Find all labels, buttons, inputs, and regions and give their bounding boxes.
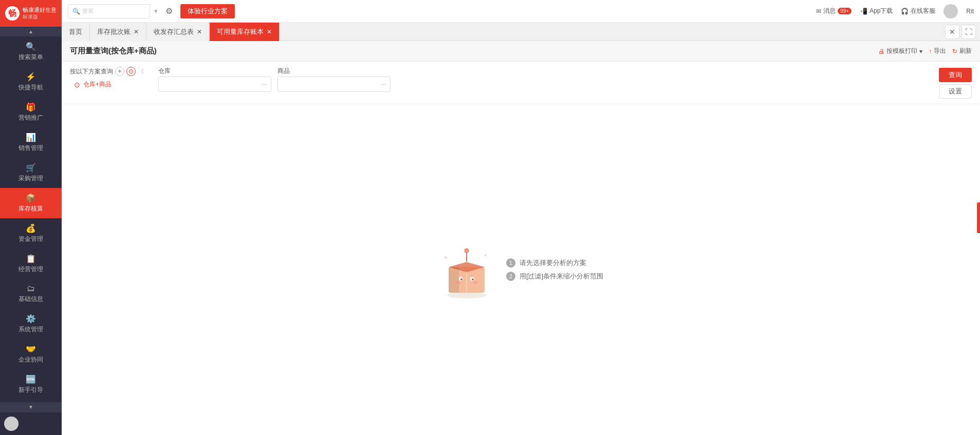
sidebar-item-coop[interactable]: 🤝 企业协同: [0, 339, 62, 369]
goods-input[interactable]: ···: [278, 77, 391, 92]
online-service-button[interactable]: 🎧 在线客服: [901, 7, 935, 15]
scheme-label: 仓库+商品: [83, 80, 112, 89]
system-icon: ⚙️: [26, 314, 36, 324]
download-icon: 📲: [860, 8, 867, 15]
sidebar-item-label: 企业协同: [19, 355, 43, 364]
sidebar-scroll-up[interactable]: ▲: [0, 27, 62, 36]
sidebar-item-system[interactable]: ⚙️ 系统管理: [0, 309, 62, 339]
logo-icon: 畅: [5, 6, 20, 21]
tab-collect-account[interactable]: 收发存汇总表 ✕: [146, 23, 210, 41]
svg-point-10: [473, 281, 478, 284]
app-download-button[interactable]: 📲 App下载: [860, 7, 893, 15]
operations-icon: 📋: [26, 254, 36, 263]
topbar-right: ✉ 消息 99+ 📲 App下载 🎧 在线客服 Rit: [816, 4, 974, 18]
warehouse-input[interactable]: ···: [158, 77, 271, 92]
user-avatar[interactable]: [944, 4, 958, 18]
export-icon: ↑: [929, 48, 932, 55]
empty-state: ✦ ✦ 1 请先选择要分析的方案 2 用[过滤]条件来缩小分析范围: [62, 104, 980, 435]
sidebar-item-label: 新手引导: [19, 386, 43, 394]
avatar: [4, 417, 19, 431]
tab-available-stock-close[interactable]: ✕: [267, 28, 272, 35]
add-scheme-button[interactable]: +: [115, 67, 124, 76]
print-button[interactable]: 🖨 按模板打印 ▾: [878, 47, 922, 55]
notif-label: 消息: [823, 7, 836, 15]
print-chevron-icon: ▾: [919, 48, 922, 55]
page-title: 可用量查询(按仓库+商品): [70, 46, 157, 56]
chart-icon: 📊: [26, 133, 36, 142]
refresh-button[interactable]: ↻ 刷新: [952, 47, 972, 55]
sidebar-nav: 🔍 搜索菜单 ⚡ 快捷导航 🎁 营销推广 📊 销售管理 🛒 采购管理 📦 库存核…: [0, 36, 62, 402]
sidebar-item-marketing[interactable]: 🎁 营销推广: [0, 97, 62, 127]
svg-point-12: [465, 249, 469, 253]
tab-collect-account-label: 收发存汇总表: [154, 27, 194, 36]
tip-2-text: 用[过滤]条件来缩小分析范围: [520, 272, 603, 281]
empty-state-inner: ✦ ✦ 1 请先选择要分析的方案 2 用[过滤]条件来缩小分析范围: [438, 244, 603, 295]
filter-settings-button[interactable]: 设置: [939, 84, 972, 99]
sidebar-item-label: 快捷导航: [19, 83, 43, 92]
export-button[interactable]: ↑ 导出: [929, 47, 946, 55]
money-icon: 💰: [26, 223, 36, 233]
sidebar-item-shortcut[interactable]: ⚡ 快捷导航: [0, 67, 62, 97]
sidebar-item-search[interactable]: 🔍 搜索菜单: [0, 36, 62, 67]
cart-icon: 🛒: [26, 163, 36, 173]
scheme-item-warehouse-goods[interactable]: ⊙ 仓库+商品: [70, 78, 152, 91]
sidebar-item-guide[interactable]: 🆕 新手引导: [0, 369, 62, 400]
industry-button[interactable]: 体验行业方案: [180, 4, 235, 18]
page-header: 可用量查询(按仓库+商品) 🖨 按模板打印 ▾ ↑ 导出 ↻ 刷新: [62, 41, 980, 62]
goods-dots-button[interactable]: ···: [381, 81, 386, 88]
collapse-icon[interactable]: 《: [138, 67, 144, 76]
tip-num-1: 1: [506, 258, 515, 268]
filter-actions: 查询 设置: [939, 67, 972, 99]
sidebar-item-label: 基础信息: [19, 295, 43, 304]
tip-2: 2 用[过滤]条件来缩小分析范围: [506, 272, 603, 281]
filter-field-goods: 商品 ···: [278, 67, 391, 92]
main-content: 🔍 搜索 ▾ ⚙ 体验行业方案 ✉ 消息 99+ 📲 App下载 🎧 在线客服 …: [62, 0, 980, 435]
logo-badge: 标准版: [23, 13, 57, 21]
export-label: 导出: [934, 47, 946, 55]
sidebar-item-finance[interactable]: 💰 资金管理: [0, 218, 62, 249]
notif-badge: 99+: [838, 8, 852, 14]
tabs-bar: 首页 库存批次账 ✕ 收发存汇总表 ✕ 可用量库存账本 ✕ ✕ ⛶: [62, 23, 980, 41]
page-header-actions: 🖨 按模板打印 ▾ ↑ 导出 ↻ 刷新: [878, 47, 972, 55]
filter-area: 按以下方案查询 + ⊙ 《 ⊙ 仓库+商品 仓库 ···: [62, 62, 980, 104]
tab-available-stock[interactable]: 可用量库存账本 ✕: [210, 23, 280, 41]
sidebar-item-label: 资金管理: [19, 235, 43, 243]
tip-1-text: 请先选择要分析的方案: [520, 258, 586, 268]
schemes-header-label: 按以下方案查询: [70, 67, 113, 76]
sidebar-item-inventory[interactable]: 📦 库存核算: [0, 188, 62, 218]
shortcut-icon: ⚡: [26, 72, 36, 82]
topbar-search[interactable]: 🔍 搜索: [68, 4, 150, 18]
notification-button[interactable]: ✉ 消息 99+: [816, 7, 852, 15]
warehouse-dots-button[interactable]: ···: [262, 81, 267, 88]
tab-close-button[interactable]: ✕: [945, 25, 959, 39]
svg-rect-3: [449, 267, 459, 293]
query-button[interactable]: 查询: [939, 68, 972, 82]
sidebar-item-label: 搜索菜单: [19, 53, 43, 62]
search-icon: 🔍: [72, 8, 80, 15]
sidebar-scroll-down[interactable]: ▼: [0, 402, 62, 412]
tab-home[interactable]: 首页: [62, 23, 90, 41]
warehouse-label: 仓库: [158, 67, 271, 75]
print-icon: 🖨: [878, 48, 884, 55]
chevron-down-icon: ▾: [154, 7, 158, 15]
sidebar-item-operations[interactable]: 📋 经营管理: [0, 249, 62, 279]
info-icon: 🗂: [27, 284, 35, 293]
tab-batch-account-close[interactable]: ✕: [134, 28, 139, 35]
tip-1: 1 请先选择要分析的方案: [506, 258, 603, 268]
scroll-handle[interactable]: [977, 202, 980, 233]
sidebar-item-label: 采购管理: [19, 174, 43, 183]
sidebar-item-info[interactable]: 🗂 基础信息: [0, 279, 62, 309]
settings-scheme-button[interactable]: ⊙: [126, 67, 136, 76]
sidebar-item-sales[interactable]: 📊 销售管理: [0, 127, 62, 158]
username-label: Rit: [966, 8, 974, 15]
empty-tips: 1 请先选择要分析的方案 2 用[过滤]条件来缩小分析范围: [506, 258, 603, 281]
sidebar-item-label: 系统管理: [19, 325, 43, 334]
topbar: 🔍 搜索 ▾ ⚙ 体验行业方案 ✉ 消息 99+ 📲 App下载 🎧 在线客服 …: [62, 0, 980, 23]
scheme-icon: ⊙: [74, 81, 80, 89]
tab-fullscreen-button[interactable]: ⛶: [961, 25, 976, 39]
tab-batch-account[interactable]: 库存批次账 ✕: [90, 23, 146, 41]
gear-icon[interactable]: ⚙: [162, 4, 176, 18]
tab-collect-account-close[interactable]: ✕: [197, 28, 202, 35]
tab-home-label: 首页: [69, 27, 82, 36]
sidebar-item-purchase[interactable]: 🛒 采购管理: [0, 158, 62, 188]
